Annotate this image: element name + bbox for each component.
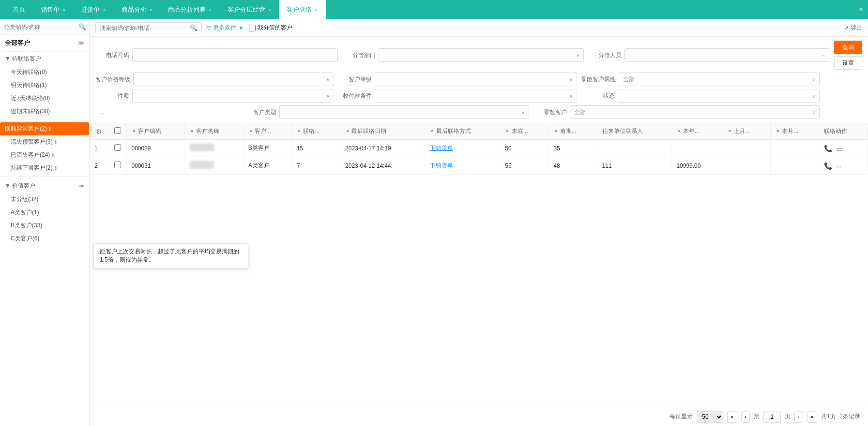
search-icon[interactable]: 🔍 xyxy=(190,24,198,31)
level-select[interactable]: ∨ xyxy=(375,73,577,86)
value-customers-label: ▼ 价值客户 xyxy=(5,182,35,190)
th-type[interactable]: ⚬ 客户... xyxy=(243,123,291,140)
search-input[interactable] xyxy=(100,25,190,31)
retail-attr-select[interactable]: 全部 ∨ xyxy=(619,73,820,86)
value-customers-group[interactable]: ▼ 价值客户 ✏ xyxy=(0,179,89,193)
cell-this-year: 10995.00 xyxy=(671,157,722,175)
nav-analysis-list[interactable]: 商品分析列表 × xyxy=(160,0,219,19)
sidebar-search-input[interactable] xyxy=(4,24,76,30)
retail-attr-label: 零散客户属性 xyxy=(581,75,616,84)
th-overdue[interactable]: ⚬ 逾期... xyxy=(548,123,597,140)
nav-sales[interactable]: 销售单 × xyxy=(33,0,73,19)
first-page-btn[interactable]: « xyxy=(727,411,737,423)
query-button[interactable]: 查询 xyxy=(834,41,862,54)
action-phone-icon[interactable]: 📞 xyxy=(824,145,832,152)
filter-gender: 性质 ∨ xyxy=(95,89,334,103)
ungrouped[interactable]: 未分组(32) xyxy=(0,193,89,206)
row-checkbox[interactable] xyxy=(114,144,121,151)
repurchase-abnormal[interactable]: 回购异常客户(2) ℹ xyxy=(0,122,89,135)
th-this-month[interactable]: ⚬ 本月... xyxy=(770,123,819,140)
filter-row-3: 性质 ∨ 收付款条件 ∨ 状态 xyxy=(95,89,862,103)
cell-overdue: 48 xyxy=(548,157,597,175)
class-b-customers[interactable]: B类客户(33) xyxy=(0,219,89,232)
customer-type-select[interactable]: ∨ xyxy=(279,105,529,119)
nav-analysis-close[interactable]: × xyxy=(150,7,152,13)
th-contact[interactable]: ⚬ 联络... xyxy=(291,123,340,140)
tomorrow-pending[interactable]: 明天待联络(1) xyxy=(0,79,89,92)
price-tier-select[interactable]: ∨ xyxy=(133,73,334,86)
week-pending[interactable]: 近7天待联络(0) xyxy=(0,92,89,105)
continuous-down[interactable]: 持续下滑客户(2) ℹ xyxy=(0,162,89,175)
settings-button[interactable]: 设置 xyxy=(834,56,862,70)
nav-customer-contact[interactable]: 客户联络 × xyxy=(279,0,325,19)
lost-prediction[interactable]: 流失预警客户(3) ℹ xyxy=(0,135,89,148)
retail-customer-select[interactable]: 全部 ∨ xyxy=(570,105,820,119)
last-contact-link[interactable]: 下销货单 xyxy=(430,145,453,151)
action-more-icon[interactable]: ⚏ xyxy=(836,145,842,152)
th-settings[interactable]: ⚙ xyxy=(90,123,109,140)
overdue-contact[interactable]: 逾期未联络(30) xyxy=(0,105,89,118)
th-this-year[interactable]: ⚬ 本年... xyxy=(671,123,722,140)
status-select[interactable]: ∨ xyxy=(618,89,820,103)
customer-type-arrow: ∨ xyxy=(521,110,525,115)
customer-type-label: 客户类型 xyxy=(243,108,276,117)
nav-purchase-close[interactable]: × xyxy=(103,7,106,13)
action-more-icon[interactable]: ⚏ xyxy=(836,162,842,170)
nav-sales-close[interactable]: × xyxy=(62,7,65,13)
gender-select[interactable]: ∨ xyxy=(132,89,334,103)
th-code[interactable]: ⚬ 客户编码 xyxy=(126,123,185,140)
page-number-input[interactable] xyxy=(763,411,781,423)
action-phone-icon[interactable]: 📞 xyxy=(824,162,832,170)
sidebar-search-icon[interactable]: 🔍 xyxy=(78,23,86,30)
filter-more-btn[interactable]: ... xyxy=(95,109,108,116)
gender-arrow: ∨ xyxy=(326,93,330,99)
last-contact-link[interactable]: 下销货单 xyxy=(430,162,453,169)
th-last-month[interactable]: ⚬ 上月... xyxy=(722,123,770,140)
cell-this-month xyxy=(770,157,819,175)
already-lost-info-icon: ℹ xyxy=(52,152,54,159)
today-pending[interactable]: 今天待联络(0) xyxy=(0,66,89,79)
pending-contact-group[interactable]: ▼ 待联络客户 xyxy=(0,52,89,66)
th-last-contact-date[interactable]: ⚬ 最后联络日期 xyxy=(340,123,425,140)
nav-home[interactable]: 首页 xyxy=(5,0,33,19)
class-a-customers[interactable]: A类客户(1) xyxy=(0,206,89,219)
filter-customer-type: 客户类型 ∨ xyxy=(243,105,529,119)
nav-customer-tier-close[interactable]: × xyxy=(268,7,271,13)
row-checkbox[interactable] xyxy=(114,162,121,168)
phone-input[interactable] xyxy=(132,48,338,62)
table-settings-icon[interactable]: ⚙ xyxy=(96,128,102,135)
nav-analysis[interactable]: 商品分析 × xyxy=(114,0,160,19)
cell-index: 1 xyxy=(90,140,109,157)
page-size-select[interactable]: 50 100 200 xyxy=(697,411,723,423)
export-button[interactable]: ↗ 导出 xyxy=(844,24,862,32)
nav-analysis-list-close[interactable]: × xyxy=(209,7,212,13)
dept-select[interactable]: ∨ xyxy=(379,48,584,62)
next-page-btn[interactable]: › xyxy=(794,411,803,423)
my-customer-checkbox[interactable] xyxy=(249,25,256,31)
nav-customer-contact-close[interactable]: × xyxy=(315,7,318,13)
sidebar-collapse-icon[interactable]: ≫ xyxy=(78,40,84,46)
cell-last-contact-method: 下销货单 xyxy=(425,157,500,175)
edit-icon[interactable]: ✏ xyxy=(79,183,84,190)
table-row: 2 000031 A类客户 7 2023-04-12 14:44: 下销货单 5… xyxy=(90,157,868,175)
select-all-checkbox[interactable] xyxy=(114,127,121,134)
already-lost[interactable]: 已流失客户(24) ℹ xyxy=(0,148,89,162)
payment-select[interactable]: ∨ xyxy=(375,89,577,103)
cell-contact: 7 xyxy=(291,157,340,175)
nav-customer-tier[interactable]: 客户分层经营 × xyxy=(220,0,279,19)
th-unpaid[interactable]: ⚬ 未联... xyxy=(500,123,548,140)
all-customers-label: 全部客户 xyxy=(5,39,30,47)
th-name[interactable]: ⚬ 客户名称 xyxy=(185,123,244,140)
person-select[interactable]: ··· xyxy=(624,48,830,62)
close-all-tabs[interactable]: × xyxy=(859,5,863,14)
nav-purchase[interactable]: 进货单 × xyxy=(73,0,113,19)
th-company-contact[interactable]: 往来单位联系人 xyxy=(597,123,671,140)
class-c-customers[interactable]: C类客户(6) xyxy=(0,232,89,245)
cell-name xyxy=(185,157,244,175)
prev-page-btn[interactable]: ‹ xyxy=(741,411,750,423)
my-customer-checkbox-area[interactable]: 我分管的客户 xyxy=(249,24,292,32)
more-filter-button[interactable]: ▽ 更多条件 ▼ xyxy=(207,24,244,32)
last-page-btn[interactable]: » xyxy=(807,411,817,423)
all-customers-header[interactable]: 全部客户 ≫ xyxy=(0,35,89,52)
th-last-contact-method[interactable]: ⚬ 最后联络方式 xyxy=(425,123,500,140)
